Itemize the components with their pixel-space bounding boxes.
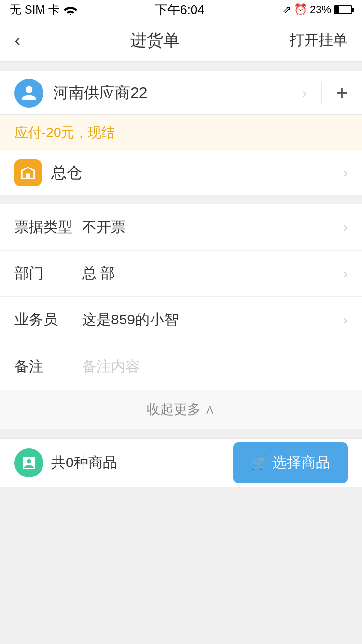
salesperson-label: 业务员 xyxy=(14,310,77,330)
collapse-label: 收起更多 ∧ xyxy=(147,400,216,419)
nav-bar: ‹ 进货单 打开挂单 xyxy=(0,19,362,62)
warehouse-chevron-icon: › xyxy=(343,165,348,181)
product-icon-container xyxy=(14,448,43,477)
battery-percent: 23% xyxy=(310,3,331,16)
location-icon: ⇗ xyxy=(282,3,291,16)
department-row[interactable]: 部门 总 部 › xyxy=(0,251,362,297)
status-carrier: 无 SIM 卡 xyxy=(10,2,77,17)
status-bar: 无 SIM 卡 下午6:04 ⇗ ⏰ 23% xyxy=(0,0,362,19)
alert-banner: 应付-20元，现结 xyxy=(0,115,362,151)
salesperson-row[interactable]: 业务员 这是859的小智 › xyxy=(0,297,362,343)
invoice-type-label: 票据类型 xyxy=(14,217,77,237)
salesperson-chevron: › xyxy=(343,312,348,328)
remark-row[interactable]: 备注 备注内容 xyxy=(0,343,362,390)
remark-label: 备注 xyxy=(14,357,77,377)
svg-rect-0 xyxy=(26,173,30,178)
wifi-icon xyxy=(64,4,77,15)
supplier-name: 河南供应商22 xyxy=(53,83,302,104)
supplier-avatar xyxy=(14,79,43,108)
alert-text: 应付-20元，现结 xyxy=(14,125,115,140)
salesperson-value: 这是859的小智 xyxy=(77,310,343,330)
status-indicators: ⇗ ⏰ 23% xyxy=(282,3,352,16)
department-value: 总 部 xyxy=(77,264,343,283)
warehouse-icon-container xyxy=(14,159,42,186)
select-product-button[interactable]: 🛒 选择商品 xyxy=(233,442,348,483)
person-icon xyxy=(20,84,38,102)
invoice-type-chevron: › xyxy=(343,220,348,235)
supplier-chevron-icon: › xyxy=(302,85,306,101)
warehouse-name: 总仓 xyxy=(51,162,343,183)
warehouse-section[interactable]: 总仓 › xyxy=(0,151,362,195)
carrier-text: 无 SIM 卡 xyxy=(10,2,60,17)
add-supplier-button[interactable]: + xyxy=(321,82,348,104)
supplier-section[interactable]: 河南供应商22 › + xyxy=(0,71,362,115)
back-button[interactable]: ‹ xyxy=(14,30,20,51)
product-icon xyxy=(21,455,37,471)
invoice-type-value: 不开票 xyxy=(77,217,343,237)
battery-icon xyxy=(334,5,352,14)
collapse-toggle[interactable]: 收起更多 ∧ xyxy=(0,390,362,429)
form-section: 票据类型 不开票 › 部门 总 部 › 业务员 这是859的小智 › 备注 备注… xyxy=(0,204,362,390)
section-divider-1 xyxy=(0,62,362,71)
open-pending-button[interactable]: 打开挂单 xyxy=(290,30,348,50)
cart-icon: 🛒 xyxy=(251,455,267,471)
product-count-text: 共0种商品 xyxy=(51,453,233,473)
main-content: 河南供应商22 › + 应付-20元，现结 总仓 › 票据类型 不开票 › xyxy=(0,62,362,496)
bottom-bar: 共0种商品 🛒 选择商品 xyxy=(0,438,362,487)
invoice-type-row[interactable]: 票据类型 不开票 › xyxy=(0,204,362,251)
page-title: 进货单 xyxy=(130,29,180,52)
remark-input[interactable]: 备注内容 xyxy=(77,357,348,377)
select-product-label: 选择商品 xyxy=(272,453,330,473)
warehouse-icon xyxy=(20,165,36,181)
alarm-icon: ⏰ xyxy=(294,3,307,16)
status-time: 下午6:04 xyxy=(155,1,205,18)
department-chevron: › xyxy=(343,266,348,281)
department-label: 部门 xyxy=(14,264,77,283)
